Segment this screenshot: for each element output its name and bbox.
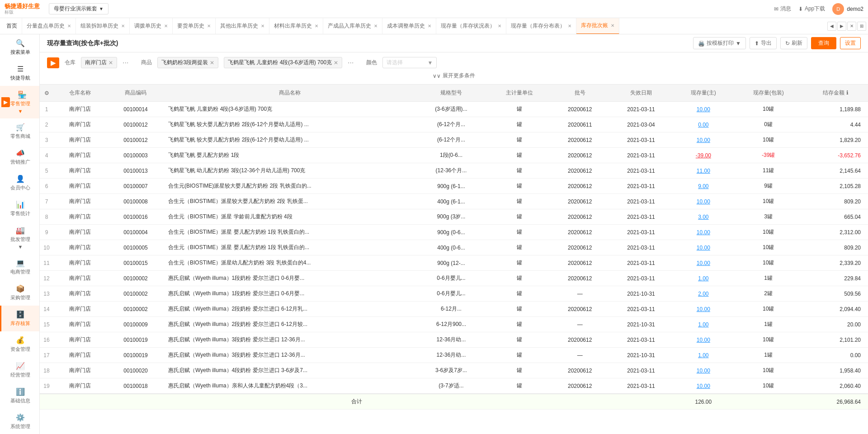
tab-close-9[interactable]: ✕ [498,24,501,28]
row-qty-main[interactable]: 10.00 [673,132,733,148]
tab-5[interactable]: 其他出库单历史 ✕ [216,18,269,34]
sidebar-item-system[interactable]: ⚙️ 系统管理 [0,409,39,434]
filter-expand-toggle[interactable]: ▶ [47,57,59,68]
product-more[interactable]: ··· [348,59,354,67]
product-tag-2[interactable]: 飞鹤星飞帆 儿童奶粉 4段(3-6岁适用) 700克 ✕ [224,57,342,68]
settings-gear-icon[interactable]: ⚙ [44,90,49,96]
message-btn[interactable]: ✉ 消息 [774,5,791,13]
tab-more-btn[interactable]: ⊞ [857,22,866,31]
row-unit: 罐 [488,348,551,363]
tab-6[interactable]: 材料出库单历史 ✕ [269,18,323,34]
row-expire: 2021-03-11 [609,240,674,255]
download-btn[interactable]: ⬇ App下载 [798,5,825,13]
row-expire: 2021-03-11 [609,332,674,348]
row-qty-main[interactable]: 3.00 [673,209,733,225]
print-dropdown[interactable]: 🖨️ 按模板打印 ▼ [693,37,746,49]
row-spec: 6-12月... [415,302,487,317]
sidebar-item-ecommerce[interactable]: 💻 电商管理 [0,254,39,280]
tab-close-10[interactable]: ✕ [568,24,571,28]
tab-7[interactable]: 产成品入库单历史 ✕ [323,18,382,34]
row-expire: 2021-03-04 [609,117,674,132]
row-qty-main[interactable]: 10.00 [673,194,733,209]
col-settings[interactable]: ⚙ [40,85,53,102]
tab-close-4[interactable]: ✕ [207,24,211,28]
color-filter-input[interactable]: 请选择 ▼ [382,57,437,68]
tab-10[interactable]: 现存量（库存分布表） ✕ [506,18,576,34]
sidebar-item-purchase[interactable]: 📦 采购管理 [0,280,39,306]
row-expire: 2021-03-11 [609,225,674,240]
row-amount: 809.20 [803,240,868,255]
tab-3[interactable]: 调拨单历史 ✕ [130,18,173,34]
tab-home[interactable]: 首页 [2,18,22,34]
tab-2[interactable]: 组装拆卸单历史 ✕ [76,18,130,34]
row-qty-main[interactable]: 10.00 [673,302,733,317]
row-qty-main[interactable]: 10.00 [673,363,733,378]
sidebar-item-wholesale[interactable]: 🏭 批发管理 ▼ [0,222,39,254]
workspace-selector[interactable]: 母婴行业演示账套 ▼ [49,3,108,14]
tab-close-current-btn[interactable]: ✕ [847,22,856,31]
product-tag-2-close[interactable]: ✕ [334,60,338,66]
warehouse-more[interactable]: ··· [123,59,128,67]
product-tag-1[interactable]: 飞鹤奶粉3段两提装 ✕ [157,57,218,68]
sidebar-item-finance[interactable]: 💰 资金管理 [0,331,39,357]
user-avatar[interactable]: D demo2 [832,3,863,15]
tab-close-5[interactable]: ✕ [261,24,264,28]
sidebar: 🔍 搜索菜单 ☰ 快捷导航 ▶ 🏪 零售管理 ▼ 🛒 零售商城 📣 营销推广 👤… [0,34,40,434]
tab-close-3[interactable]: ✕ [164,24,168,28]
row-qty-main[interactable]: 1.00 [673,317,733,332]
sidebar-item-operations[interactable]: 📈 经营管理 [0,357,39,383]
row-qty-main[interactable]: 10.00 [673,378,733,394]
refresh-btn[interactable]: ↻ 刷新 [780,37,807,49]
sidebar-item-retail-mall[interactable]: 🛒 零售商城 [0,118,39,144]
warehouse-filter-tag[interactable]: 南岸门店 ✕ [81,57,117,68]
tab-8[interactable]: 成本调整单历史 ✕ [382,18,436,34]
warehouse-tag-close[interactable]: ✕ [108,60,113,66]
tab-navigation: ◀ ▶ ✕ ⊞ [827,22,866,31]
tab-close-11[interactable]: ✕ [611,23,614,28]
sidebar-search[interactable]: 🔍 搜索菜单 [0,34,39,60]
row-qty-pkg: 10罐 [733,302,803,317]
row-spec: (3-7岁适... [415,378,487,394]
sidebar-item-retail-mgmt[interactable]: ▶ 🏪 零售管理 ▼ [0,86,39,118]
tab-close-2[interactable]: ✕ [121,24,125,28]
sidebar-item-inventory[interactable]: 🗄️ 库存核算 [0,306,39,331]
row-batch: 20200612 [551,240,609,255]
query-btn[interactable]: 查询 [811,37,836,49]
row-qty-main[interactable]: 11.00 [673,163,733,179]
settings-btn[interactable]: 设置 [840,37,861,49]
row-qty-main[interactable]: 10.00 [673,240,733,255]
sidebar-item-retail-stats[interactable]: 📊 零售统计 [0,196,39,222]
tab-next-btn[interactable]: ▶ [837,22,846,31]
row-qty-main[interactable]: 9.00 [673,179,733,194]
sidebar-item-member[interactable]: 👤 会员中心 [0,170,39,196]
tab-4[interactable]: 要货单历史 ✕ [173,18,216,34]
tab-9[interactable]: 现存量（库存状况表） ✕ [436,18,506,34]
export-btn[interactable]: ⬆ 导出 [750,37,777,49]
row-qty-main[interactable]: 10.00 [673,255,733,271]
tab-close-6[interactable]: ✕ [315,24,318,28]
sidebar-expand-btn[interactable]: ▶ [1,97,10,107]
tab-close-1[interactable]: ✕ [67,24,71,28]
product-tag-1-close[interactable]: ✕ [210,60,214,66]
row-qty-main[interactable]: -39.00 [673,148,733,163]
row-qty-main[interactable]: 2.00 [673,286,733,302]
col-expire: 失效日期 [609,85,674,102]
tab-11[interactable]: 库存批次账 ✕ [576,18,619,34]
sidebar-item-marketing[interactable]: 📣 营销推广 [0,144,39,170]
tab-close-8[interactable]: ✕ [428,24,431,28]
tab-close-7[interactable]: ✕ [374,24,377,28]
row-qty-main[interactable]: 10.00 [673,225,733,240]
row-qty-main[interactable]: 1.00 [673,271,733,286]
row-qty-main[interactable]: 10.00 [673,102,733,117]
row-qty-main[interactable]: 0.00 [673,117,733,132]
tab-1[interactable]: 分量盘点单历史 ✕ [22,18,76,34]
row-qty-main[interactable]: 10.00 [673,332,733,348]
tab-prev-btn[interactable]: ◀ [827,22,836,31]
row-qty-pkg: 10罐 [733,332,803,348]
expand-conditions[interactable]: ∨∨ 展开更多条件 [47,72,861,80]
row-qty-main[interactable]: 1.00 [673,348,733,363]
sidebar-item-basic-info[interactable]: ℹ️ 基础信息 [0,383,39,409]
sidebar-quicknav[interactable]: ☰ 快捷导航 [0,60,39,86]
row-batch: 20200612 [551,332,609,348]
row-amount: 2,060.40 [803,378,868,394]
